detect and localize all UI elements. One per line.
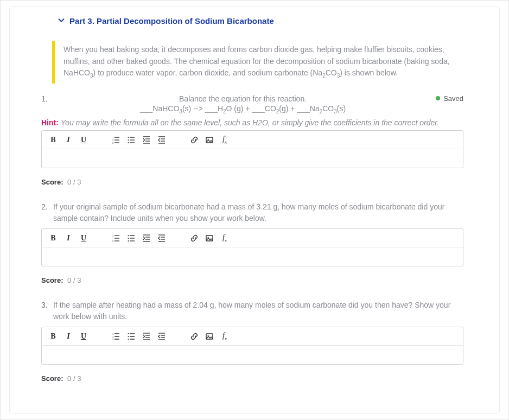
bold-button[interactable]: B (46, 232, 60, 245)
svg-point-32 (128, 238, 129, 239)
section-toggle[interactable]: Part 3. Partial Decomposition of Sodium … (58, 16, 484, 26)
score-value: 0 / 3 (67, 374, 81, 383)
hint-label: Hint: (41, 118, 59, 127)
svg-rect-64 (206, 334, 213, 339)
question-number: 1. (41, 94, 50, 103)
answer-input-1[interactable] (42, 149, 463, 168)
svg-point-11 (128, 142, 129, 143)
question-number: 3. (41, 301, 50, 309)
svg-point-55 (128, 339, 129, 340)
hint-text: You may write the formula all on the sam… (61, 118, 439, 127)
question-3-body: If the sample after heating had a mass o… (53, 300, 463, 322)
equation-button[interactable]: fx (218, 330, 232, 343)
outdent-button[interactable] (155, 330, 169, 343)
underline-button[interactable]: U (77, 232, 91, 245)
hint-row: Hint: You may write the formula all on t… (41, 118, 463, 127)
saved-indicator: Saved (436, 94, 463, 103)
score-label: Score: (41, 276, 63, 284)
ordered-list-button[interactable]: 123 (109, 133, 123, 147)
unordered-list-button[interactable] (124, 330, 138, 343)
question-number: 2. (41, 202, 50, 211)
svg-point-21 (208, 138, 209, 139)
svg-text:3: 3 (112, 338, 114, 340)
intro-callout: When you heat baking soda, it decomposes… (52, 41, 475, 84)
svg-point-10 (128, 139, 129, 141)
svg-point-31 (128, 235, 129, 236)
score-value: 0 / 3 (67, 276, 81, 284)
ordered-list-button[interactable]: 123 (109, 330, 123, 343)
svg-text:3: 3 (112, 141, 114, 144)
answer-editor-3: B I U 123 fx (41, 327, 463, 365)
outdent-button[interactable] (155, 133, 169, 147)
question-2-body: If your original sample of sodium bicarb… (53, 201, 463, 224)
question-3: 3. If the sample after heating had a mas… (41, 301, 463, 383)
svg-point-54 (128, 336, 129, 337)
answer-editor-2: B I U 123 fx (41, 228, 463, 266)
prompt-line-1: Balance the equation for this reaction. (56, 94, 429, 103)
question-2: 2. If your original sample of sodium bic… (41, 202, 463, 284)
svg-rect-20 (206, 137, 213, 143)
bold-button[interactable]: B (46, 330, 60, 343)
image-button[interactable] (202, 133, 217, 147)
page-container: Part 3. Partial Decomposition of Sodium … (0, 0, 509, 420)
ordered-list-button[interactable]: 123 (109, 232, 123, 245)
svg-point-9 (128, 137, 129, 138)
link-button[interactable] (187, 232, 201, 245)
svg-point-65 (208, 335, 209, 336)
editor-toolbar: B I U 123 fx (42, 131, 463, 149)
answer-input-3[interactable] (42, 346, 463, 364)
svg-point-43 (208, 237, 209, 238)
chevron-down-icon (58, 16, 65, 26)
italic-button[interactable]: I (61, 330, 75, 343)
italic-button[interactable]: I (61, 133, 75, 147)
equation-button[interactable]: fx (218, 133, 232, 147)
unordered-list-button[interactable] (124, 232, 138, 245)
question-1: 1. Balance the equation for this reactio… (41, 94, 463, 187)
score-row: Score: 0 / 3 (41, 374, 463, 383)
score-label: Score: (41, 178, 63, 186)
section-title: Part 3. Partial Decomposition of Sodium … (69, 16, 274, 26)
content-card: Part 3. Partial Decomposition of Sodium … (9, 6, 500, 414)
svg-point-33 (128, 240, 129, 241)
editor-toolbar: B I U 123 fx (42, 229, 463, 247)
underline-button[interactable]: U (77, 133, 91, 147)
unordered-list-button[interactable] (124, 133, 138, 147)
link-button[interactable] (187, 133, 201, 147)
bold-button[interactable]: B (46, 133, 60, 147)
underline-button[interactable]: U (77, 330, 91, 343)
score-label: Score: (41, 374, 63, 383)
equation-button[interactable]: fx (218, 232, 232, 245)
score-row: Score: 0 / 3 (41, 178, 463, 186)
prompt-equation: ___NaHCO3(s) --> ___H2O (g) + ___CO2(g) … (140, 104, 346, 114)
saved-label: Saved (443, 94, 463, 103)
svg-text:3: 3 (112, 239, 114, 242)
image-button[interactable] (202, 330, 217, 343)
answer-input-2[interactable] (42, 247, 463, 266)
image-button[interactable] (202, 232, 217, 245)
editor-toolbar: B I U 123 fx (42, 327, 463, 346)
italic-button[interactable]: I (61, 232, 75, 245)
score-value: 0 / 3 (67, 178, 81, 186)
score-row: Score: 0 / 3 (41, 276, 463, 284)
indent-button[interactable] (139, 133, 154, 147)
question-1-header: 1. Balance the equation for this reactio… (41, 94, 463, 114)
svg-point-53 (128, 333, 129, 334)
indent-button[interactable] (139, 232, 154, 245)
question-prompt: Balance the equation for this reaction. … (56, 94, 429, 114)
outdent-button[interactable] (155, 232, 169, 245)
indent-button[interactable] (139, 330, 154, 343)
link-button[interactable] (187, 330, 201, 343)
saved-dot-icon (436, 96, 440, 100)
svg-rect-42 (206, 236, 213, 241)
answer-editor-1: B I U 123 fx (41, 130, 463, 168)
